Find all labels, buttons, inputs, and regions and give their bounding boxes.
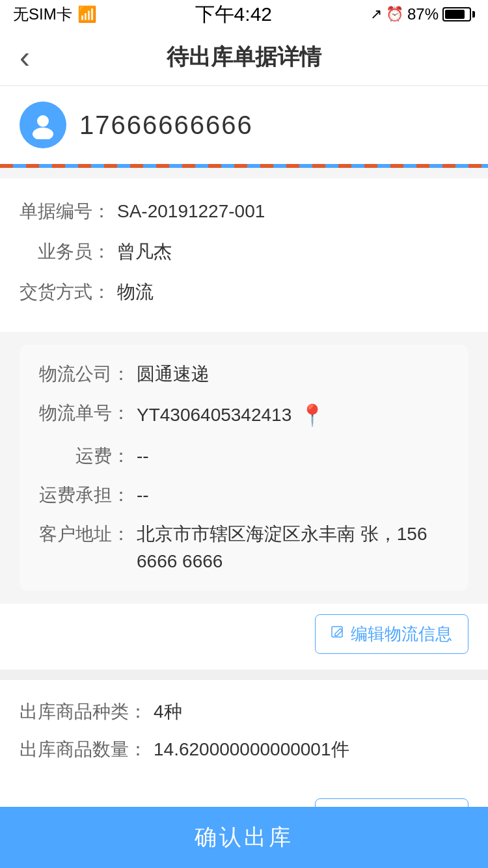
- salesman-row: 业务员： 曾凡杰: [20, 238, 468, 265]
- user-phone: 17666666666: [79, 111, 253, 140]
- status-right: ↗ ⏰ 87%: [370, 5, 475, 23]
- edit-logistics-label: 编辑物流信息: [351, 623, 452, 645]
- logistics-company-label: 物流公司：: [39, 360, 130, 388]
- order-no-label: 单据编号：: [20, 198, 111, 225]
- delivery-row: 交货方式： 物流: [20, 278, 468, 306]
- wifi-icon: 📶: [77, 5, 97, 23]
- product-type-row: 出库商品种类： 4种: [20, 699, 468, 724]
- avatar-icon: [29, 111, 57, 139]
- edit-btn-row: 编辑物流信息: [0, 604, 488, 670]
- order-no-row: 单据编号： SA-20191227-001: [20, 198, 468, 225]
- logistics-freight-label: 运费：: [39, 442, 130, 470]
- user-header: 17666666666: [0, 86, 488, 164]
- location-pin-icon[interactable]: 📍: [299, 400, 325, 431]
- product-section: 出库商品种类： 4种 出库商品数量： 14.620000000000001件: [0, 680, 488, 788]
- salesman-label: 业务员：: [20, 238, 111, 265]
- order-no-value: SA-20191227-001: [117, 198, 468, 225]
- product-type-label: 出库商品种类：: [20, 699, 147, 724]
- logistics-tracking-label: 物流单号：: [39, 400, 130, 427]
- page-title: 待出库单据详情: [167, 42, 321, 72]
- delivery-value: 物流: [117, 278, 468, 306]
- avatar: [20, 102, 66, 148]
- logistics-freight-row: 运费： --: [39, 442, 449, 470]
- logistics-card: 物流公司： 圆通速递 物流单号： YT4306405342413 📍 运费： -…: [20, 345, 468, 591]
- dashed-divider: [0, 164, 488, 168]
- delivery-label: 交货方式：: [20, 278, 111, 306]
- product-quantity-label: 出库商品数量：: [20, 737, 147, 762]
- logistics-freight-bearer-label: 运费承担：: [39, 481, 130, 509]
- alarm-icon: ⏰: [386, 6, 403, 23]
- logistics-tracking-row: 物流单号： YT4306405342413 📍: [39, 400, 449, 431]
- confirm-outbound-button[interactable]: 确认出库: [195, 822, 293, 852]
- product-type-value: 4种: [154, 699, 182, 724]
- logistics-freight-bearer-row: 运费承担： --: [39, 481, 449, 509]
- edit-logistics-button[interactable]: 编辑物流信息: [315, 614, 468, 654]
- carrier-text: 无SIM卡: [13, 4, 72, 25]
- product-quantity-value: 14.620000000000001件: [154, 737, 349, 762]
- logistics-tracking-value: YT4306405342413 📍: [137, 400, 449, 431]
- edit-icon: [331, 624, 346, 645]
- logistics-address-label: 客户地址：: [39, 521, 130, 548]
- confirm-btn-container: 确认出库: [0, 807, 488, 868]
- logistics-company-row: 物流公司： 圆通速递: [39, 360, 449, 388]
- battery-icon: [442, 7, 475, 21]
- nav-bar: ‹ 待出库单据详情: [0, 29, 488, 86]
- time-display: 下午4:42: [195, 1, 272, 28]
- logistics-address-row: 客户地址： 北京市市辖区海淀区永丰南 张，156 6666 6666: [39, 521, 449, 575]
- back-button[interactable]: ‹: [20, 39, 30, 75]
- product-quantity-row: 出库商品数量： 14.620000000000001件: [20, 737, 468, 762]
- location-icon: ↗: [370, 6, 382, 23]
- section-divider: [0, 670, 488, 680]
- svg-point-0: [37, 115, 49, 127]
- status-left: 无SIM卡 📶: [13, 4, 97, 25]
- logistics-freight-value: --: [137, 442, 449, 470]
- salesman-value: 曾凡杰: [117, 238, 468, 265]
- svg-point-1: [33, 128, 53, 139]
- order-info-section: 单据编号： SA-20191227-001 业务员： 曾凡杰 交货方式： 物流: [0, 178, 488, 332]
- battery-percent: 87%: [407, 5, 439, 23]
- logistics-company-value: 圆通速递: [137, 360, 449, 388]
- logistics-address-value: 北京市市辖区海淀区永丰南 张，156 6666 6666: [137, 521, 449, 575]
- status-bar: 无SIM卡 📶 下午4:42 ↗ ⏰ 87%: [0, 0, 488, 29]
- logistics-freight-bearer-value: --: [137, 481, 449, 509]
